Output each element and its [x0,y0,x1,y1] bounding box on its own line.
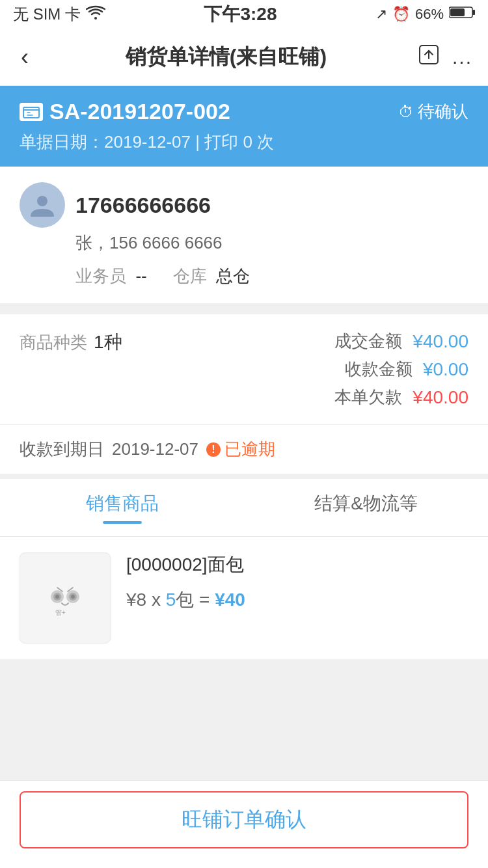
total-text: ¥40 [215,590,245,610]
back-button[interactable]: ‹ [16,38,34,76]
price-text: ¥8 x [126,590,166,610]
overdue-badge: ! 已逾期 [206,438,275,461]
transaction-amount-label: 成交金额 [334,330,402,353]
summary-right: 成交金额 ¥40.00 收款金额 ¥0.00 本单欠款 ¥40.00 [334,330,468,409]
owed-amount-label: 本单欠款 [334,386,402,409]
svg-text:管+: 管+ [55,609,66,616]
order-date: 单据日期：2019-12-07 | 打印 0 次 [20,131,468,154]
status-bar: 无 SIM 卡 下午3:28 ↗ ⏰ 66% [0,0,488,29]
qty-text: 5 [166,590,176,610]
alarm-icon: ⏰ [392,6,410,23]
svg-point-11 [55,595,59,599]
tab-sales-products-label: 销售商品 [86,491,159,516]
tab-sales-products[interactable]: 销售商品 [0,479,244,536]
status-carrier: 无 SIM 卡 [13,4,105,25]
due-date-label: 收款到期日 [20,438,104,461]
tab-inactive-indicator [347,521,386,524]
customer-section: 17666666666 张，156 6666 6666 业务员 -- 仓库 总仓 [0,167,488,304]
nav-bar: ‹ 销货单详情(来自旺铺) ... [0,29,488,86]
order-id: SA-20191207-002 [20,99,230,124]
customer-avatar [20,182,65,228]
summary-left: 商品种类 1种 [20,330,122,355]
nav-actions: ... [418,44,472,70]
overdue-text: 已逾期 [224,438,275,461]
transaction-amount-value: ¥40.00 [413,331,468,352]
overdue-icon: ! [206,442,221,457]
status-text: 待确认 [418,100,468,123]
product-types-value: 1种 [94,330,122,355]
tab-active-indicator [103,521,142,524]
bottom-bar: 旺铺订单确认 [0,780,488,868]
status-right-icons: ↗ ⏰ 66% [375,6,475,23]
confirm-order-button[interactable]: 旺铺订单确认 [20,791,468,848]
transaction-amount-row: 成交金额 ¥40.00 [334,330,468,353]
equals-text: = [194,590,215,610]
collected-amount-row: 收款金额 ¥0.00 [345,358,468,381]
collected-amount-label: 收款金额 [345,358,413,381]
share-button[interactable] [418,44,439,70]
svg-point-12 [71,595,75,599]
warehouse-label: 仓库 总仓 [173,265,250,288]
customer-meta: 业务员 -- 仓库 总仓 [75,265,468,288]
unit-text: 包 [176,590,194,610]
svg-rect-2 [450,8,465,16]
status-time: 下午3:28 [204,2,277,27]
carrier-text: 无 SIM 卡 [13,4,81,25]
customer-info: 17666666666 [75,193,211,218]
product-types-label: 商品种类 [20,331,87,354]
order-status: ⏱ 待确认 [398,100,468,123]
more-button[interactable]: ... [452,46,472,68]
due-date-section: 收款到期日 2019-12-07 ! 已逾期 [0,424,488,474]
collected-amount-value: ¥0.00 [423,359,468,380]
wifi-icon [86,5,105,23]
order-icon [20,103,43,121]
tabs-section: 销售商品 结算&物流等 [0,474,488,537]
tab-settlement-logistics[interactable]: 结算&物流等 [244,479,488,536]
customer-name: 张，156 6666 6666 [75,232,468,254]
summary-section: 商品种类 1种 成交金额 ¥40.00 收款金额 ¥0.00 本单欠款 ¥40.… [0,314,488,424]
page-title: 销货单详情(来自旺铺) [126,43,327,72]
product-name: [0000002]面包 [126,552,468,577]
product-price: ¥8 x 5包 = ¥40 [126,588,468,612]
product-info: [0000002]面包 ¥8 x 5包 = ¥40 [126,552,468,612]
divider-1 [0,304,488,314]
order-header: SA-20191207-002 ⏱ 待确认 单据日期：2019-12-07 | … [0,86,488,167]
svg-rect-1 [472,10,475,15]
battery-text: 66% [415,6,444,23]
clock-icon: ⏱ [398,103,414,121]
location-icon: ↗ [375,6,387,23]
owed-amount-value: ¥40.00 [413,387,468,408]
tab-settlement-logistics-label: 结算&物流等 [314,491,418,516]
salesperson-label: 业务员 -- [75,265,147,288]
order-id-text: SA-20191207-002 [49,99,230,124]
customer-phone: 17666666666 [75,193,211,218]
product-list: 管+ [0000002]面包 ¥8 x 5包 = ¥40 [0,537,488,659]
due-date-value: 2019-12-07 [112,439,198,459]
svg-rect-5 [23,107,39,118]
svg-point-6 [37,196,47,206]
battery-icon [449,6,475,23]
product-item: 管+ [0000002]面包 ¥8 x 5包 = ¥40 [0,537,488,659]
product-thumbnail: 管+ [20,552,111,644]
owed-amount-row: 本单欠款 ¥40.00 [334,386,468,409]
